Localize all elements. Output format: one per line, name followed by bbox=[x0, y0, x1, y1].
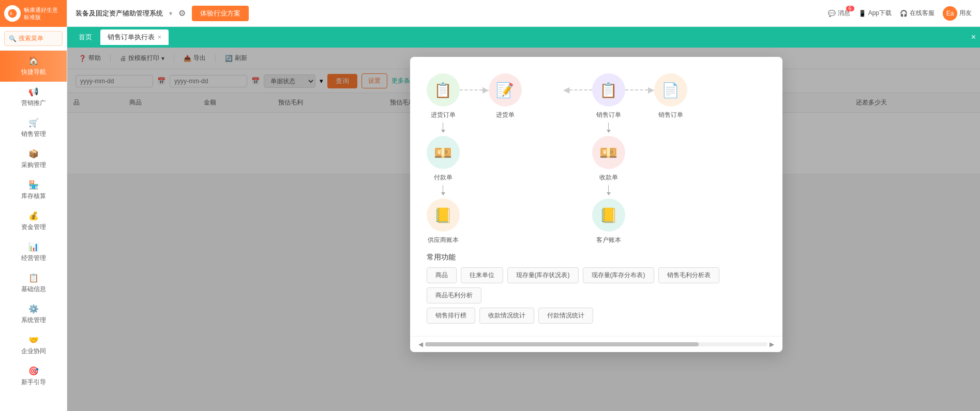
message-badge: 6 bbox=[846, 6, 854, 11]
common-btn-payment-stats[interactable]: 付款情况统计 bbox=[538, 308, 593, 324]
purchase-order-node[interactable]: 📋 进货订单 bbox=[427, 73, 460, 119]
scrollbar-thumb bbox=[425, 342, 699, 346]
app-download-btn[interactable]: 📱 App下载 bbox=[858, 9, 892, 18]
sidebar-item-finance[interactable]: 💰 资金管理 bbox=[0, 206, 67, 237]
sales-order-node[interactable]: 📋 销售订单 bbox=[592, 73, 625, 119]
scrollbar-left-icon[interactable]: ◀ bbox=[418, 341, 423, 348]
sidebar-item-inventory[interactable]: 🏪 库存核算 bbox=[0, 175, 67, 206]
system-title: 装备及固定资产辅助管理系统 bbox=[76, 9, 163, 18]
beginner-icon: 🎯 bbox=[28, 366, 39, 376]
logo-icon: 6 bbox=[4, 5, 21, 22]
common-btn-partner[interactable]: 往来单位 bbox=[461, 267, 503, 283]
quick-nav-icon: 🏠 bbox=[28, 56, 39, 66]
svg-text:6: 6 bbox=[10, 11, 12, 16]
scrollbar-track[interactable] bbox=[425, 342, 767, 346]
supplier-account-node[interactable]: 📒 供应商账本 bbox=[427, 199, 460, 245]
sidebar-item-basic-info[interactable]: 📋 基础信息 bbox=[0, 268, 67, 299]
finance-icon: 💰 bbox=[28, 211, 39, 221]
common-btn-stock-dist[interactable]: 现存量(库存分布表) bbox=[583, 267, 654, 283]
sidebar-item-marketing[interactable]: 📢 营销推广 bbox=[0, 82, 67, 113]
svg-point-0 bbox=[8, 9, 17, 18]
user-btn[interactable]: Ea 用友 bbox=[943, 6, 972, 21]
sidebar: 6 畅康通好生意 标准版 🔍 搜索菜单 🏠 快捷导航 📢 营销推广 � bbox=[0, 0, 67, 411]
common-btn-product-margin[interactable]: 商品毛利分析 bbox=[427, 287, 481, 303]
flow-diagram: 📋 进货订单 💴 付款单 bbox=[427, 69, 766, 245]
common-buttons-row-2: 销售排行榜 收款情况统计 付款情况统计 bbox=[427, 308, 766, 324]
avatar: Ea bbox=[943, 6, 957, 21]
common-btn-receipt-stats[interactable]: 收款情况统计 bbox=[479, 308, 534, 324]
arrow-down-4 bbox=[607, 185, 611, 195]
arrow-down-3 bbox=[441, 185, 445, 195]
enterprise-icon: 🤝 bbox=[28, 335, 39, 345]
sidebar-item-system[interactable]: ⚙️ 系统管理 bbox=[0, 299, 67, 330]
sidebar-nav: 🏠 快捷导航 📢 营销推广 🛒 销售管理 📦 采购管理 🏪 库存核算 💰 bbox=[0, 51, 67, 411]
purchase-icon: 📦 bbox=[28, 149, 39, 159]
purchase-receipt-node[interactable]: 📝 进货单 bbox=[489, 73, 522, 119]
message-icon: 💬 bbox=[828, 10, 836, 17]
receipt-icon: 💴 bbox=[592, 136, 625, 169]
customer-account-node[interactable]: 📒 客户账本 bbox=[592, 199, 625, 245]
experience-btn[interactable]: 体验行业方案 bbox=[192, 6, 249, 21]
top-header: 装备及固定资产辅助管理系统 ▾ ⚙ 体验行业方案 💬 消息 6 📱 App下载 … bbox=[67, 0, 980, 27]
system-icon: ⚙️ bbox=[28, 304, 39, 314]
payment-node[interactable]: 💴 付款单 bbox=[427, 136, 460, 182]
modal-scrollbar: ◀ ▶ bbox=[410, 336, 782, 352]
main-area: 装备及固定资产辅助管理系统 ▾ ⚙ 体验行业方案 💬 消息 6 📱 App下载 … bbox=[67, 0, 980, 411]
tab-sales-order[interactable]: 销售订单执行表 × bbox=[100, 29, 169, 45]
payment-icon: 💴 bbox=[427, 136, 460, 169]
receipt-node[interactable]: 💴 收款单 bbox=[592, 136, 625, 182]
tab-home[interactable]: 首页 bbox=[71, 29, 99, 45]
h-arrow-3: ▶ bbox=[625, 73, 654, 95]
tab-bar-close-icon[interactable]: × bbox=[971, 33, 976, 42]
basic-info-icon: 📋 bbox=[28, 273, 39, 283]
sales-icon: 🛒 bbox=[28, 118, 39, 128]
sales-delivery-node[interactable]: 📄 销售订单 bbox=[654, 73, 687, 119]
tab-bar: 首页 销售订单执行表 × × bbox=[67, 27, 980, 48]
search-menu-button[interactable]: 🔍 搜索菜单 bbox=[4, 31, 63, 46]
sales-order-icon: 📋 bbox=[592, 73, 625, 106]
headset-icon: 🎧 bbox=[900, 10, 908, 17]
purchase-receipt-icon: 📝 bbox=[489, 73, 522, 106]
sidebar-item-beginner[interactable]: 🎯 新手引导 bbox=[0, 361, 67, 392]
online-service-btn[interactable]: 🎧 在线客服 bbox=[900, 9, 934, 18]
common-btn-stock-status[interactable]: 现存量(库存状况表) bbox=[507, 267, 579, 283]
purchase-order-icon: 📋 bbox=[427, 73, 460, 106]
scrollbar-right-icon[interactable]: ▶ bbox=[770, 341, 774, 348]
sidebar-item-operations[interactable]: 📊 经营管理 bbox=[0, 237, 67, 268]
tab-close-icon[interactable]: × bbox=[158, 34, 161, 41]
h-arrow-1: ▶ bbox=[460, 73, 489, 95]
sidebar-item-purchase[interactable]: 📦 采购管理 bbox=[0, 144, 67, 175]
marketing-icon: 📢 bbox=[28, 87, 39, 97]
sidebar-logo: 6 畅康通好生意 标准版 bbox=[0, 0, 67, 27]
content-area: ❓ 帮助 🖨 按模板打印 ▾ 📤 导出 🔄 刷新 bbox=[67, 48, 980, 411]
sales-delivery-icon: 📄 bbox=[654, 73, 687, 106]
flow-modal: 📋 进货订单 💴 付款单 bbox=[410, 57, 782, 352]
sidebar-item-quick-nav[interactable]: 🏠 快捷导航 bbox=[0, 51, 67, 82]
operations-icon: 📊 bbox=[28, 242, 39, 252]
sidebar-search[interactable]: 🔍 搜索菜单 bbox=[0, 27, 67, 51]
customer-account-icon: 📒 bbox=[592, 199, 625, 232]
sidebar-item-sales[interactable]: 🛒 销售管理 bbox=[0, 113, 67, 144]
common-buttons-row-1: 商品 往来单位 现存量(库存状况表) 现存量(库存分布表) 销售毛利分析表 商品… bbox=[427, 267, 766, 303]
arrow-down-1 bbox=[441, 123, 445, 133]
search-icon: 🔍 bbox=[9, 35, 17, 42]
common-btn-sales-rank[interactable]: 销售排行榜 bbox=[427, 308, 475, 324]
message-btn[interactable]: 💬 消息 6 bbox=[828, 9, 850, 18]
dropdown-arrow-icon[interactable]: ▾ bbox=[169, 10, 172, 17]
common-btn-product[interactable]: 商品 bbox=[427, 267, 457, 283]
h-arrow-2: ◀ bbox=[563, 73, 592, 95]
download-icon: 📱 bbox=[858, 10, 866, 17]
supplier-account-icon: 📒 bbox=[427, 199, 460, 232]
modal-overlay: 📋 进货订单 💴 付款单 bbox=[67, 48, 980, 411]
modal-content: 📋 进货订单 💴 付款单 bbox=[410, 57, 782, 336]
sidebar-item-enterprise[interactable]: 🤝 企业协同 bbox=[0, 330, 67, 361]
logo-text: 畅康通好生意 标准版 bbox=[24, 6, 58, 21]
arrow-down-2 bbox=[607, 123, 611, 133]
header-right: 💬 消息 6 📱 App下载 🎧 在线客服 Ea 用友 bbox=[828, 6, 972, 21]
settings-gear-icon[interactable]: ⚙ bbox=[178, 8, 186, 18]
common-functions-section: 常用功能 商品 往来单位 现存量(库存状况表) 现存量(库存分布表) 销售毛利分… bbox=[427, 253, 766, 324]
common-functions-title: 常用功能 bbox=[427, 253, 766, 262]
inventory-icon: 🏪 bbox=[28, 180, 39, 190]
common-btn-sales-margin[interactable]: 销售毛利分析表 bbox=[658, 267, 719, 283]
